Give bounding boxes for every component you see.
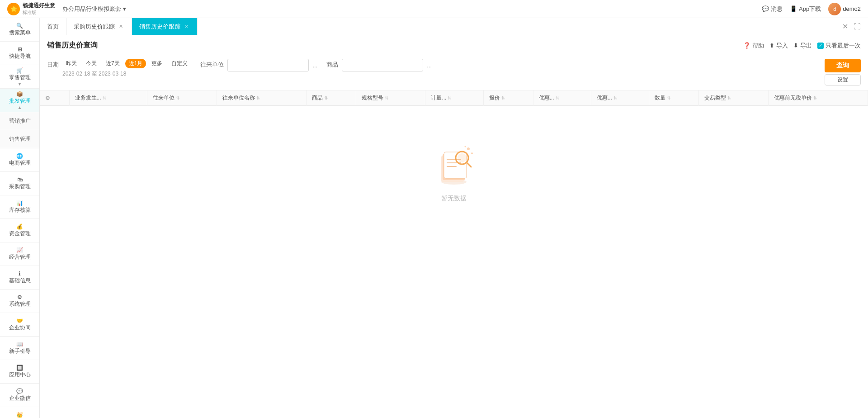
user-area[interactable]: d demo2: [828, 3, 861, 15]
sort-icon-qty: ⇅: [667, 95, 670, 100]
empty-illustration: [431, 142, 476, 187]
th-trade-type[interactable]: 交易类型 ⇅: [699, 90, 769, 106]
sidebar-item-operation[interactable]: 📈 经营管理: [0, 242, 39, 266]
th-discount1[interactable]: 优惠... ⇅: [533, 90, 591, 106]
sidebar-label-weixin: 企业微信: [9, 394, 31, 402]
help-icon: ❓: [743, 42, 750, 49]
sidebar-label-operation: 经营管理: [9, 253, 31, 261]
th-party-name[interactable]: 往来单位名称 ⇅: [217, 90, 306, 106]
sidebar-item-guide[interactable]: 📖 新手引导: [0, 337, 39, 360]
date-btn-today[interactable]: 今天: [82, 59, 100, 68]
empty-text: 暂无数据: [441, 195, 467, 203]
tab-sales-history-close[interactable]: ✕: [183, 24, 190, 29]
basic-icon: ℹ: [19, 271, 21, 277]
date-btn-more[interactable]: 更多: [148, 59, 166, 68]
tab-purchase-history-close[interactable]: ✕: [118, 24, 124, 29]
export-button[interactable]: ⬇ 导出: [793, 42, 812, 50]
retail-icon: 🛒: [16, 67, 23, 74]
th-unit[interactable]: 计量... ⇅: [425, 90, 483, 106]
date-btn-last7[interactable]: 近7天: [102, 59, 123, 68]
sort-icon-goods: ⇅: [324, 95, 328, 100]
import-label: 导入: [776, 42, 788, 50]
appstore-icon: 🔲: [16, 365, 23, 371]
th-party-code[interactable]: 往来单位 ⇅: [147, 90, 217, 106]
sidebar-item-appstore[interactable]: 🔲 应用中心: [0, 360, 39, 384]
table-settings-icon[interactable]: ⚙: [45, 95, 50, 101]
th-biz-date-label: 业务发生...: [75, 94, 101, 102]
finance-icon: 💰: [16, 223, 23, 230]
date-btn-yesterday[interactable]: 昨天: [62, 59, 80, 68]
main-layout: 🔍 搜索菜单 ⊞ 快捷导航 🛒 零售管理 ▼ 📦 批发管理 ▲ 营销推广 销售管…: [0, 18, 868, 418]
help-button[interactable]: ❓ 帮助: [743, 42, 764, 50]
sidebar-item-enterprise[interactable]: 🤝 企业协同: [0, 313, 39, 337]
party-input[interactable]: [227, 59, 309, 71]
goods-input[interactable]: [342, 59, 423, 71]
import-icon: ⬆: [769, 42, 774, 49]
sidebar-item-search[interactable]: 🔍 搜索菜单: [0, 18, 39, 42]
sidebar-item-inventory[interactable]: 📊 库存核算: [0, 195, 39, 219]
th-qty[interactable]: 数量 ⇅: [649, 90, 699, 106]
th-goods[interactable]: 商品 ⇅: [306, 90, 356, 106]
sort-icon-party-code: ⇅: [176, 95, 179, 100]
sidebar-item-purchase[interactable]: 🛍 采购管理: [0, 172, 39, 195]
chat-icon: 💬: [762, 5, 769, 12]
th-price-label: 报价: [489, 94, 500, 102]
sidebar-item-sales[interactable]: 销售管理: [0, 130, 39, 148]
tab-sales-history[interactable]: 销售历史价跟踪 ✕: [132, 18, 198, 35]
goods-input-group: ...: [342, 59, 432, 71]
sidebar-label-quick-nav: 快捷导航: [9, 52, 31, 60]
th-biz-date[interactable]: 业务发生... ⇅: [69, 90, 147, 106]
goods-ellipsis[interactable]: ...: [427, 62, 432, 69]
page-title: 销售历史价查询: [47, 41, 98, 50]
import-button[interactable]: ⬆ 导入: [769, 42, 788, 50]
logo-icon: 🌟: [7, 3, 20, 15]
sidebar-label-marketing: 营销推广: [9, 117, 31, 125]
sidebar-item-basic[interactable]: ℹ 基础信息: [0, 266, 39, 290]
th-pre-tax-price[interactable]: 优惠前无税单价 ⇅: [769, 90, 868, 106]
company-selector[interactable]: 办公用品行业模拟账套 ▾: [59, 3, 130, 15]
chevron-up-icon: ▲: [18, 105, 22, 110]
sidebar-label-purchase: 采购管理: [9, 183, 31, 190]
settings-button[interactable]: 设置: [825, 74, 861, 86]
search-icon: 🔍: [16, 23, 23, 29]
sidebar-item-retail[interactable]: 🛒 零售管理 ▼: [0, 65, 39, 89]
th-price[interactable]: 报价 ⇅: [483, 90, 533, 106]
th-settings[interactable]: ⚙: [40, 90, 69, 106]
sidebar-label-system: 系统管理: [9, 300, 31, 308]
party-ellipsis[interactable]: ...: [312, 62, 317, 69]
th-discount2[interactable]: 优惠... ⇅: [591, 90, 649, 106]
sidebar-item-marketing[interactable]: 营销推广: [0, 112, 39, 130]
date-buttons: 昨天 今天 近7天 近1月 更多 自定义: [62, 59, 191, 68]
message-label: 消息: [771, 5, 783, 13]
system-icon: ⚙: [17, 294, 22, 300]
tab-maximize-icon[interactable]: ⛶: [852, 22, 863, 32]
sidebar-item-wholesale[interactable]: 📦 批发管理 ▲: [0, 89, 39, 112]
sidebar-item-system[interactable]: ⚙ 系统管理: [0, 290, 39, 313]
sidebar-label-inventory: 库存核算: [9, 206, 31, 214]
sidebar-item-finance[interactable]: 💰 资金管理: [0, 219, 39, 242]
svg-point-12: [464, 146, 466, 147]
tab-close-all-icon[interactable]: ✕: [840, 21, 850, 32]
sort-icon-biz-date: ⇅: [103, 95, 106, 100]
app-download-label: App下载: [799, 5, 821, 13]
date-btn-custom[interactable]: 自定义: [168, 59, 191, 68]
sidebar-label-sales: 销售管理: [9, 135, 31, 143]
sidebar-label-wholesale: 批发管理: [9, 97, 31, 105]
sidebar-item-weixin[interactable]: 💬 企业微信: [0, 384, 39, 407]
sidebar-item-ecommerce[interactable]: 🌐 电商管理: [0, 148, 39, 172]
date-range-display: 2023-02-18 至 2023-03-18: [62, 70, 191, 78]
latest-only-label: 只看最后一次: [826, 42, 861, 50]
th-spec[interactable]: 规格型号 ⇅: [356, 90, 425, 106]
th-unit-label: 计量...: [431, 94, 446, 102]
tab-purchase-history[interactable]: 采购历史价跟踪 ✕: [66, 18, 132, 35]
sidebar-label-search: 搜索菜单: [9, 29, 31, 37]
latest-only-toggle[interactable]: ✓ 只看最后一次: [817, 42, 861, 50]
query-button[interactable]: 查询: [825, 59, 861, 72]
tab-home[interactable]: 首页: [40, 18, 66, 35]
sidebar-label-appstore: 应用中心: [9, 371, 31, 379]
message-action[interactable]: 💬 消息: [762, 5, 783, 13]
sidebar-item-member[interactable]: 👑 畅会员: [0, 407, 39, 418]
app-download-action[interactable]: 📱 App下载: [790, 5, 821, 13]
date-btn-last1m[interactable]: 近1月: [125, 59, 146, 68]
sidebar-item-quick-nav[interactable]: ⊞ 快捷导航: [0, 42, 39, 65]
